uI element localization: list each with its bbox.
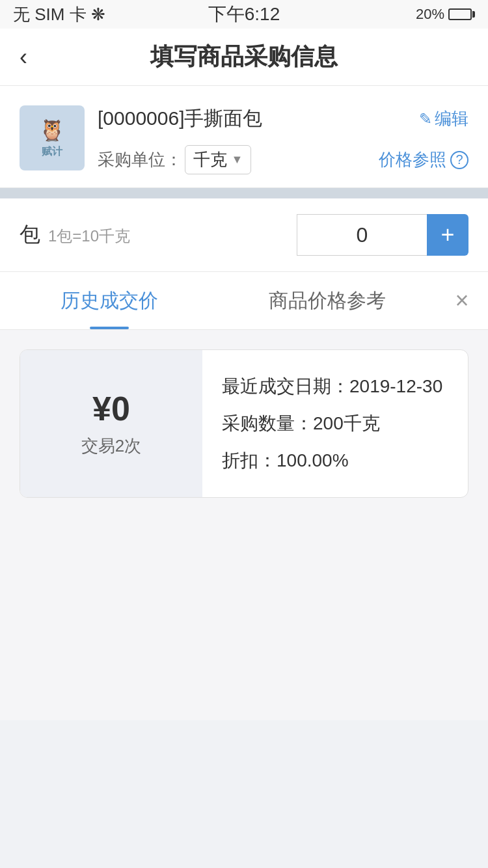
edit-label: 编辑 [435, 107, 468, 130]
edit-icon: ✎ [419, 110, 432, 128]
discount-item: 折扣：100.00% [222, 448, 448, 473]
battery-icon [448, 8, 475, 20]
history-card: ¥0 交易2次 最近成交日期：2019-12-30 采购数量：200千克 折扣：… [20, 349, 468, 498]
history-price-section: ¥0 交易2次 [20, 350, 202, 497]
product-info: [0000006]手撕面包 ✎ 编辑 采购单位： 千克 ▼ 价格参照 ? [98, 105, 468, 174]
product-card: 🦉 赋计 [0000006]手撕面包 ✎ 编辑 采购单位： 千克 ▼ [0, 86, 488, 188]
status-signal: 无 SIM 卡 ❋ [13, 3, 105, 26]
tab-close-button[interactable]: × [436, 272, 488, 329]
history-trade-count: 交易2次 [81, 435, 141, 457]
content-area: ¥0 交易2次 最近成交日期：2019-12-30 采购数量：200千克 折扣：… [0, 330, 488, 720]
quantity-input-group: + [297, 214, 468, 256]
history-details-section: 最近成交日期：2019-12-30 采购数量：200千克 折扣：100.00% [202, 350, 468, 497]
recent-date-item: 最近成交日期：2019-12-30 [222, 373, 448, 399]
price-ref-button[interactable]: 价格参照 ? [379, 148, 468, 171]
price-ref-help-icon: ? [450, 151, 468, 169]
back-button[interactable]: ‹ [20, 44, 27, 71]
quantity-label-group: 包 1包=10千克 [20, 221, 130, 249]
purchase-qty-item: 采购数量：200千克 [222, 411, 448, 436]
tab-history-label: 历史成交价 [61, 288, 158, 314]
product-logo-icon: 🦉 [39, 118, 65, 142]
unit-label: 采购单位： [98, 150, 182, 169]
history-price-value: ¥0 [92, 389, 130, 428]
status-time: 下午6:12 [208, 2, 280, 27]
tab-price-ref-label: 商品价格参考 [269, 288, 386, 314]
unit-dropdown[interactable]: 千克 ▼ [185, 145, 251, 174]
product-thumbnail: 🦉 赋计 [20, 105, 85, 170]
tab-bar: 历史成交价 商品价格参考 × [0, 272, 488, 330]
quantity-plus-button[interactable]: + [427, 214, 468, 256]
status-bar: 无 SIM 卡 ❋ 下午6:12 20% [0, 0, 488, 29]
quantity-conversion: 1包=10千克 [48, 226, 130, 247]
section-divider [0, 188, 488, 198]
status-right: 20% [416, 6, 475, 23]
quantity-row: 包 1包=10千克 + [0, 198, 488, 272]
nav-bar: ‹ 填写商品采购信息 [0, 29, 488, 86]
recent-date-label: 最近成交日期： [222, 376, 349, 396]
tab-history[interactable]: 历史成交价 [0, 272, 218, 329]
discount-value: 100.00% [277, 450, 349, 470]
dropdown-arrow-icon: ▼ [231, 153, 243, 167]
product-logo-text: 赋计 [42, 145, 62, 159]
tab-active-indicator [90, 327, 129, 329]
unit-value: 千克 [193, 148, 227, 171]
tab-price-ref[interactable]: 商品价格参考 [218, 272, 436, 329]
price-ref-label: 价格参照 [379, 148, 446, 171]
page-title: 填写商品采购信息 [150, 41, 338, 73]
purchase-qty-label: 采购数量： [222, 413, 313, 433]
purchase-qty-value: 200千克 [313, 413, 380, 433]
discount-label: 折扣： [222, 450, 277, 470]
battery-percent: 20% [416, 6, 444, 23]
unit-label-group: 采购单位： 千克 ▼ [98, 145, 251, 174]
quantity-input[interactable] [297, 214, 427, 256]
edit-button[interactable]: ✎ 编辑 [419, 107, 468, 130]
product-name: [0000006]手撕面包 [98, 105, 262, 132]
quantity-unit: 包 [20, 221, 40, 249]
recent-date-value: 2019-12-30 [349, 376, 442, 396]
